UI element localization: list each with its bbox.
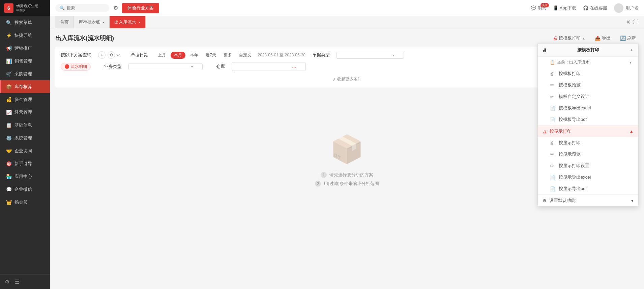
- date-filter: 上月 本月 本年 近7天 更多 自定义 2023-06-01 至 2023-06…: [155, 52, 305, 59]
- warehouse-select[interactable]: ...: [232, 62, 306, 71]
- display-export-pdf-item[interactable]: 📄 按显示导出pdf: [538, 183, 638, 194]
- sidebar-item-operation[interactable]: 📈 经营管理: [0, 106, 50, 119]
- date-range-display: 2023-06-01 至 2023-06-30: [258, 52, 305, 58]
- notification-icon: 💬: [531, 5, 536, 10]
- tab-flow[interactable]: 出入库流水 ×: [110, 16, 145, 28]
- sidebar-item-label-quicknav: 快捷导航: [14, 32, 32, 38]
- display-preview-item[interactable]: 👁 按显示预览: [538, 149, 638, 160]
- template-export-pdf-item[interactable]: 📄 按模板导出pdf: [538, 114, 638, 125]
- tab-batch-label: 库存批次账: [79, 19, 100, 25]
- sidebar-item-search[interactable]: 🔍 搜索菜单: [0, 16, 50, 29]
- logo-icon: 6: [4, 3, 13, 13]
- sidebar-item-label-collab: 企业协同: [14, 148, 32, 154]
- sidebar-item-appstore[interactable]: 🏪 应用中心: [0, 170, 50, 183]
- dropdown-bottom-label: 设置默认功能: [549, 198, 576, 204]
- date-7days-btn[interactable]: 近7天: [203, 52, 219, 59]
- tab-close-all[interactable]: ✕: [626, 19, 631, 25]
- sidebar-item-marketing[interactable]: 📢 营销推广: [0, 42, 50, 55]
- customer-service-icon: 🎧: [583, 5, 588, 10]
- current-item-arrow: ▾: [630, 60, 632, 65]
- wechat-icon: 💬: [6, 187, 12, 192]
- search-icon: 🔍: [59, 5, 65, 10]
- template-export-excel-label: 按模板导出excel: [559, 105, 591, 111]
- filter-settings-btn[interactable]: ⚙: [108, 51, 115, 59]
- print-dropdown-arrow[interactable]: ▲: [582, 36, 585, 40]
- display-print-item[interactable]: 🖨 按显示打印: [538, 137, 638, 149]
- tab-expand[interactable]: ⛶: [633, 19, 639, 25]
- date-custom-btn[interactable]: 自定义: [236, 52, 254, 59]
- dropdown-header: 🖨 按模板打印 ▲: [538, 44, 638, 57]
- date-label: 单据日期: [131, 52, 148, 58]
- topbar: 🔍 ⚙ 体验行业方案 💬 消息 99+ 📱 App下载 🎧 在线客服 用户名: [50, 0, 644, 16]
- display-section-header[interactable]: 🖨 按显示打印 ▲: [538, 126, 638, 137]
- sidebar-item-system[interactable]: ⚙️ 系统管理: [0, 132, 50, 144]
- tab-home[interactable]: 首页: [55, 16, 74, 28]
- display-settings-item[interactable]: ⚙ 按显示打印设置: [538, 160, 638, 172]
- empty-hint-2: 2 用[过滤]条件来缩小分析范围: [315, 181, 379, 187]
- template-export-excel-item[interactable]: 📄 按模板导出excel: [538, 102, 638, 114]
- refresh-btn[interactable]: 🔄 刷新: [617, 34, 639, 43]
- system-icon: ⚙️: [6, 135, 12, 141]
- search-input[interactable]: [67, 6, 100, 10]
- industry-btn[interactable]: 体验行业方案: [122, 3, 159, 13]
- sidebar-item-member[interactable]: 👑 畅会员: [0, 196, 50, 209]
- template-design-icon: ✏: [550, 94, 555, 99]
- app-download-btn[interactable]: 📱 App下载: [553, 5, 576, 11]
- app-logo: 6 畅捷通好生意 标准版: [0, 0, 50, 16]
- app-badge: 标准版: [16, 8, 38, 12]
- sidebar-item-wechat[interactable]: 💬 企业微信: [0, 183, 50, 196]
- page-title: 出入库流水(流水明细): [55, 34, 114, 42]
- date-curr-month-btn[interactable]: 本月: [171, 52, 185, 59]
- sidebar-item-collab[interactable]: 🤝 企业协同: [0, 144, 50, 157]
- display-export-excel-item[interactable]: 📄 按显示导出excel: [538, 172, 638, 183]
- filter-add-btn[interactable]: +: [98, 51, 106, 59]
- print-template-btn[interactable]: 🖨 按模板打印 ▲: [550, 34, 588, 43]
- filter-collapse-btn[interactable]: «: [117, 52, 120, 58]
- template-print-item[interactable]: 🖨 按模板打印: [538, 68, 638, 79]
- sidebar-item-guide[interactable]: 🎯 新手引导: [0, 157, 50, 170]
- sidebar-item-basic[interactable]: 📋 基础信息: [0, 119, 50, 132]
- date-prev-month-btn[interactable]: 上月: [155, 52, 169, 59]
- dropdown-current-item[interactable]: 📋 当前：出入库流水 ▾: [538, 57, 638, 68]
- template-design-item[interactable]: ✏ 模板自定义设计: [538, 91, 638, 102]
- customer-service-btn[interactable]: 🎧 在线客服: [583, 5, 607, 11]
- sidebar-item-finance[interactable]: 💰 资金管理: [0, 93, 50, 106]
- user-menu[interactable]: 用户名: [614, 3, 639, 13]
- dropdown-close-icon[interactable]: ▲: [630, 48, 634, 52]
- main-area: 🔍 ⚙ 体验行业方案 💬 消息 99+ 📱 App下载 🎧 在线客服 用户名: [50, 0, 644, 289]
- template-preview-item[interactable]: 👁 按模板预览: [538, 79, 638, 91]
- display-settings-label: 按显示打印设置: [559, 163, 589, 169]
- sidebar-item-purchase[interactable]: 🛒 采购管理: [0, 68, 50, 80]
- tab-flow-close[interactable]: ×: [138, 20, 140, 24]
- doc-type-select[interactable]: ▾: [336, 52, 404, 59]
- notification-btn[interactable]: 💬 消息 99+: [531, 5, 546, 11]
- dropdown-bottom[interactable]: ⚙ 设置默认功能 ▾: [538, 194, 638, 206]
- warehouse-more-btn[interactable]: ...: [292, 64, 296, 69]
- template-export-pdf-label: 按模板导出pdf: [559, 116, 587, 123]
- sidebar-item-label-member: 畅会员: [14, 199, 28, 205]
- member-icon: 👑: [6, 200, 12, 205]
- sidebar: 6 畅捷通好生意 标准版 🔍 搜索菜单 ⚡ 快捷导航 📢 营销推广 📊 销售管理…: [0, 0, 50, 289]
- tab-batch-close[interactable]: ×: [103, 20, 105, 24]
- refresh-label: 刷新: [627, 35, 636, 41]
- finance-icon: 💰: [6, 97, 12, 102]
- biz-type-select[interactable]: ▾: [128, 63, 203, 70]
- gear-icon[interactable]: ⚙: [113, 5, 118, 11]
- dropdown-header-icon: 🖨: [543, 48, 547, 53]
- sidebar-item-label-operation: 经营管理: [14, 109, 32, 115]
- tab-batch[interactable]: 库存批次账 ×: [74, 16, 110, 28]
- sidebar-item-quicknav[interactable]: ⚡ 快捷导航: [0, 29, 50, 42]
- date-more-btn[interactable]: 更多: [221, 52, 234, 59]
- date-curr-year-btn[interactable]: 本年: [187, 52, 201, 59]
- collab-icon: 🤝: [6, 148, 12, 154]
- basic-icon: 📋: [6, 123, 12, 128]
- menu-toggle-icon[interactable]: ☰: [15, 279, 20, 285]
- topbar-right: 💬 消息 99+ 📱 App下载 🎧 在线客服 用户名: [531, 3, 639, 13]
- settings-icon[interactable]: ⚙: [5, 279, 9, 285]
- export-btn[interactable]: 📤 导出: [592, 34, 613, 43]
- search-box[interactable]: 🔍: [55, 4, 109, 12]
- sidebar-item-label-guide: 新手引导: [14, 161, 32, 167]
- inventory-icon: 📦: [6, 84, 12, 89]
- sidebar-item-inventory[interactable]: 📦 库存核算: [0, 80, 50, 93]
- sidebar-item-sales[interactable]: 📊 销售管理: [0, 55, 50, 68]
